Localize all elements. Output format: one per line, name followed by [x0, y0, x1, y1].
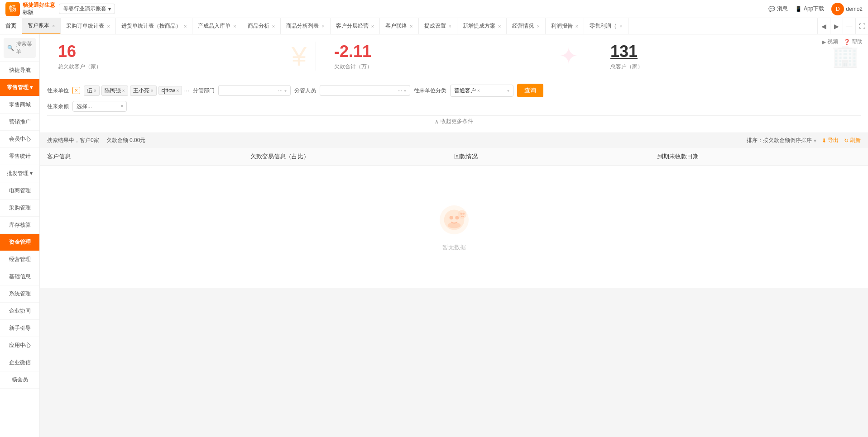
account-selector[interactable]: 母婴行业演示账套 ▾	[59, 4, 115, 14]
content-area: ▶ 视频 ❓ 帮助 ¥ 16 总欠款客户（家） ✦ -2.11 欠款合计（万）	[40, 34, 868, 437]
sidebar-item-finance[interactable]: 资金管理	[0, 234, 39, 251]
filter-tags: 伍× 陈民强× 王小亮× cjttcw× ···	[84, 86, 189, 96]
close-icon[interactable]: ×	[52, 23, 55, 28]
stat-bg-icon-money: ¥	[292, 41, 307, 72]
close-icon[interactable]: ×	[449, 24, 451, 29]
balance-select[interactable]: 选择...	[72, 101, 127, 112]
remove-icon[interactable]: ×	[94, 88, 96, 93]
chevron-down-icon: ▾	[507, 88, 509, 93]
filter-tag-wu[interactable]: 伍×	[84, 86, 100, 96]
remove-icon[interactable]: ×	[177, 88, 179, 93]
sidebar-item-retail-stats[interactable]: 零售统计	[0, 148, 39, 165]
sidebar-label: 企业微信	[9, 359, 31, 366]
refresh-btn[interactable]: ↻ 刷新	[844, 137, 861, 144]
sidebar-label: 企业协同	[9, 308, 31, 314]
close-icon[interactable]: ×	[575, 24, 578, 29]
remove-icon[interactable]: ×	[477, 88, 480, 93]
tab-product-inbound[interactable]: 产成品入库单 ×	[192, 18, 242, 34]
collapse-btn[interactable]: ∧ 收起更多条件	[47, 115, 861, 127]
sidebar-item-system[interactable]: 系统管理	[0, 285, 39, 303]
sidebar-item-app-center[interactable]: 应用中心	[0, 337, 39, 354]
filter-tag-chen[interactable]: 陈民强×	[101, 86, 128, 96]
sidebar-item-enterprise[interactable]: 企业协同	[0, 303, 39, 320]
sidebar-item-retail[interactable]: 零售管理 ▾	[0, 79, 39, 96]
tab-product-analysis[interactable]: 商品分析 ×	[242, 18, 281, 34]
close-icon[interactable]: ×	[184, 24, 187, 29]
sidebar-label: 零售统计	[9, 153, 31, 159]
sidebar-search[interactable]: 🔍 搜索菜单	[0, 34, 39, 62]
sidebar-item-operations[interactable]: 经营管理	[0, 251, 39, 268]
sidebar-item-retail-mall[interactable]: 零售商城	[0, 96, 39, 114]
close-icon[interactable]: ×	[272, 24, 275, 29]
tab-purchase-stats[interactable]: 采购订单统计表 ×	[61, 18, 115, 34]
tab-new-commission[interactable]: 新增提成方案 ×	[457, 18, 507, 34]
export-btn[interactable]: ⬇ 导出	[822, 137, 839, 144]
stat-label: 欠款合计（万）	[334, 63, 372, 71]
tab-home[interactable]: 首页	[0, 18, 22, 34]
filter-tag-cjttcw[interactable]: cjttcw×	[158, 86, 182, 95]
nav-maximize-btn[interactable]: ⛶	[855, 18, 868, 34]
tab-retail-profit[interactable]: 零售利润（ ×	[584, 18, 628, 34]
sidebar-item-inventory[interactable]: 库存核算	[0, 217, 39, 234]
close-icon[interactable]: ×	[410, 24, 412, 29]
nav-next-btn[interactable]: ▶	[830, 18, 843, 34]
result-actions: 排序：按欠款金额倒序排序 ▾ ⬇ 导出 ↻ 刷新	[747, 137, 861, 144]
tab-label: 新增提成方案	[463, 22, 495, 30]
tab-customer-contact[interactable]: 客户联络 ×	[380, 18, 418, 34]
person-input[interactable]: ··· ▾	[320, 85, 410, 96]
stat-debt-customers: ¥ 16 总欠款客户（家）	[40, 42, 316, 71]
sidebar-item-purchase[interactable]: 采购管理	[0, 200, 39, 217]
messages-btn[interactable]: 💬 消息	[768, 5, 788, 13]
search-btn[interactable]: 🔍 搜索菜单	[4, 38, 36, 58]
unit-class-input[interactable]: 普通客户 × ▾	[450, 85, 513, 97]
dept-input[interactable]: ··· ▾	[218, 85, 291, 96]
app-download-btn[interactable]: 📱 App下载	[795, 5, 824, 13]
close-icon[interactable]: ×	[537, 24, 539, 29]
collapse-icon: ∧	[435, 119, 439, 125]
sidebar-item-wholesale[interactable]: 批发管理 ▾	[0, 165, 39, 182]
sort-select[interactable]: 排序：按欠款金额倒序排序 ▾	[747, 137, 816, 144]
table-header: 客户信息 欠款交易信息（占比） 回款情况 到期未收款日期	[40, 148, 868, 166]
sidebar-quick-nav[interactable]: 快捷导航	[0, 62, 39, 79]
chevron-down-icon: ▾	[284, 88, 287, 93]
search-btn[interactable]: 查询	[517, 84, 543, 97]
sidebar-label: 畅会员	[12, 376, 28, 383]
tab-commission-settings[interactable]: 提成设置 ×	[419, 18, 457, 34]
sidebar-item-wechat[interactable]: 企业微信	[0, 354, 39, 371]
close-icon[interactable]: ×	[619, 24, 622, 29]
empty-state: 暂无数据	[40, 166, 868, 288]
unit-tag-clear[interactable]: ×	[72, 87, 80, 94]
tab-customer-tier[interactable]: 客户分层经营 ×	[331, 18, 380, 34]
close-icon[interactable]: ×	[107, 24, 110, 29]
tab-inventory-stats[interactable]: 进货单统计表（按商品） ×	[116, 18, 192, 34]
sidebar-item-basic-info[interactable]: 基础信息	[0, 268, 39, 285]
search-icon: 🔍	[7, 45, 14, 51]
nav-minimize-btn[interactable]: —	[843, 18, 855, 34]
close-icon[interactable]: ×	[371, 24, 374, 29]
close-icon[interactable]: ×	[498, 24, 501, 29]
sidebar-item-vip[interactable]: 畅会员	[0, 371, 39, 389]
tab-customer-ledger[interactable]: 客户账本 ×	[22, 18, 61, 34]
tab-profit-report[interactable]: 利润报告 ×	[546, 18, 584, 34]
filter-row-2: 往来余额 选择...	[47, 101, 861, 112]
more-tags-btn[interactable]: ···	[184, 87, 189, 94]
remove-icon[interactable]: ×	[151, 88, 153, 93]
user-menu[interactable]: D demo2	[831, 3, 863, 15]
close-icon[interactable]: ×	[321, 24, 324, 29]
stats-bar: ▶ 视频 ❓ 帮助 ¥ 16 总欠款客户（家） ✦ -2.11 欠款合计（万）	[40, 34, 868, 78]
tab-product-analysis-list[interactable]: 商品分析列表 ×	[281, 18, 330, 34]
dept-dots[interactable]: ···	[278, 87, 283, 94]
sidebar-item-ecommerce[interactable]: 电商管理	[0, 182, 39, 200]
sidebar-item-membership[interactable]: 会员中心	[0, 131, 39, 148]
close-icon[interactable]: ×	[233, 24, 236, 29]
tab-business-overview[interactable]: 经营情况 ×	[507, 18, 545, 34]
svg-point-7	[462, 213, 465, 215]
tab-label: 客户联络	[385, 22, 407, 30]
filter-tag-wang[interactable]: 王小亮×	[130, 86, 157, 96]
remove-icon[interactable]: ×	[122, 88, 125, 93]
person-dots[interactable]: ···	[398, 87, 402, 94]
sidebar-item-guide[interactable]: 新手引导	[0, 320, 39, 337]
nav-prev-btn[interactable]: ◀	[817, 18, 830, 34]
top-header: 畅 畅捷通好生意 标版 母婴行业演示账套 ▾ 💬 消息 📱 App下载 D de…	[0, 0, 868, 18]
sidebar-item-marketing[interactable]: 营销推广	[0, 114, 39, 131]
